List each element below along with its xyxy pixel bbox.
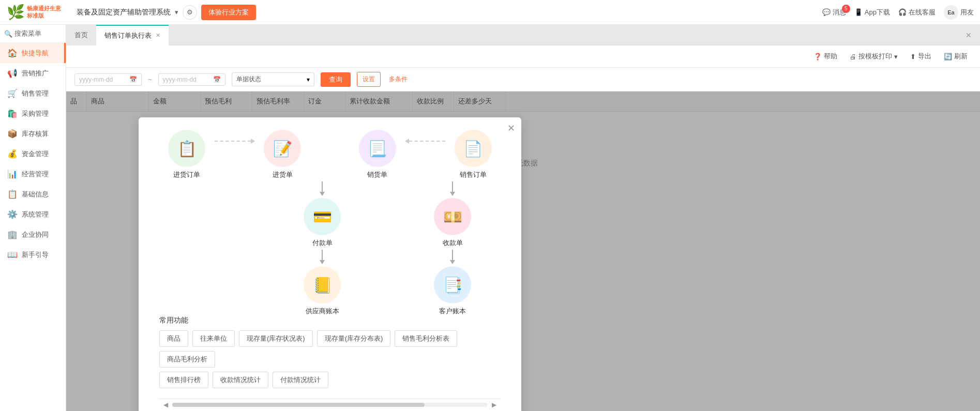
scroll-left-arrow[interactable]: ◀ xyxy=(163,401,168,408)
sidebar: 🔍 搜索菜单 🏠 快捷导航 📢 营销推广 🛒 销售管理 🛍️ 采购管理 📦 xyxy=(0,25,66,411)
app-download-button[interactable]: 📱 App下载 xyxy=(854,8,890,17)
popup-overlay: ✕ 📋 进货订单 xyxy=(66,92,980,411)
sidebar-item-purchase[interactable]: 🛍️ 采购管理 xyxy=(0,103,66,124)
sidebar-item-newbie[interactable]: 📖 新手引导 xyxy=(0,245,66,265)
sidebar-item-quick-nav[interactable]: 🏠 快捷导航 xyxy=(0,43,66,63)
sidebar-item-enterprise[interactable]: 🏢 企业协同 xyxy=(0,224,66,245)
func-payment-stats[interactable]: 付款情况统计 xyxy=(273,372,328,388)
sidebar-item-system[interactable]: ⚙️ 系统管理 xyxy=(0,204,66,224)
message-button[interactable]: 💬 消息 5 xyxy=(822,8,846,17)
print-button[interactable]: 🖨 按模板打印 ▾ xyxy=(846,50,902,63)
search-menu-button[interactable]: 🔍 搜索菜单 xyxy=(0,25,66,43)
flow-row-3: 📒 供应商账本 📑 客户账本 xyxy=(159,266,501,316)
date-start-input[interactable]: yyyy-mm-dd 📅 xyxy=(74,73,142,86)
print-dropdown-icon: ▾ xyxy=(894,53,898,60)
scroll-bar-area: ◀ ▶ xyxy=(159,399,501,410)
flow-node-purchase-receipt: 📝 进货单 xyxy=(255,130,310,179)
print-icon: 🖨 xyxy=(850,53,856,60)
purchase-icon: 🛍️ xyxy=(7,109,18,118)
sidebar-item-marketing[interactable]: 📢 营销推广 xyxy=(0,63,66,83)
inventory-icon: 📦 xyxy=(7,129,18,139)
flow-node-purchase-order: 📋 进货订单 xyxy=(159,130,215,179)
base-info-icon: 📋 xyxy=(7,189,18,199)
message-icon: 💬 xyxy=(822,8,831,16)
calendar-end-icon: 📅 xyxy=(213,76,221,83)
sidebar-item-finance[interactable]: 💰 资金管理 xyxy=(0,144,66,164)
enterprise-icon: 🏢 xyxy=(7,230,18,239)
common-functions-title: 常用功能 xyxy=(159,316,501,325)
more-conditions-button[interactable]: 多条件 xyxy=(389,75,408,84)
flow-node-sales-order: 📄 销售订单 xyxy=(445,130,501,179)
tab-home[interactable]: 首页 xyxy=(66,25,96,45)
tab-bar-close-icon[interactable]: ✕ xyxy=(966,31,980,39)
search-icon: 🔍 xyxy=(4,30,12,38)
sales-invoice-circle: 📃 xyxy=(359,130,396,167)
online-service-button[interactable]: 🎧 在线客服 xyxy=(898,8,936,17)
arrow-sales-order-to-invoice xyxy=(405,139,445,171)
func-receipt-stats[interactable]: 收款情况统计 xyxy=(213,372,268,388)
system-name: 装备及固定资产辅助管理系统 xyxy=(77,8,171,17)
receipt-label: 收款单 xyxy=(443,238,463,248)
marketing-icon: 📢 xyxy=(7,68,18,78)
search-button[interactable]: 查询 xyxy=(321,72,351,87)
refresh-button[interactable]: 🔄 刷新 xyxy=(940,50,972,63)
popup-close-button[interactable]: ✕ xyxy=(507,123,515,134)
func-row-2: 销售排行榜 收款情况统计 付款情况统计 xyxy=(159,372,501,388)
date-end-input[interactable]: yyyy-mm-dd 📅 xyxy=(158,73,225,86)
app-download-icon: 📱 xyxy=(854,8,863,16)
table-area: 品 商品 金额 预估毛利 预估毛利率 订金 累计收款金额 收款比例 还差多少天 … xyxy=(66,92,980,411)
common-functions-section: 常用功能 商品 往来单位 现存量(库存状况表) 现存量(库存分布表) 销售毛利分… xyxy=(159,316,501,399)
sidebar-item-sales[interactable]: 🛒 销售管理 xyxy=(0,83,66,103)
settings-button[interactable]: 设置 xyxy=(357,72,381,87)
func-sales-ranking[interactable]: 销售排行榜 xyxy=(159,372,208,388)
status-select[interactable]: 单据状态 ▾ xyxy=(232,72,314,86)
logo-text: 畅康通好生意 标准版 xyxy=(27,5,61,19)
func-product-profit-analysis[interactable]: 商品毛利分析 xyxy=(159,351,215,368)
func-product[interactable]: 商品 xyxy=(159,330,188,347)
arrow-down-receipt xyxy=(286,179,358,198)
tab-close-icon[interactable]: ✕ xyxy=(156,32,160,39)
arrow-down-receipt2 xyxy=(416,248,489,266)
help-button[interactable]: ❓ 帮助 xyxy=(809,50,841,63)
avatar: Ea xyxy=(944,5,958,20)
toolbar: ❓ 帮助 🖨 按模板打印 ▾ ⬆ 导出 🔄 刷新 xyxy=(66,45,980,68)
finance-icon: 💰 xyxy=(7,149,18,159)
system-icon: ⚙️ xyxy=(7,209,18,219)
sidebar-item-operation[interactable]: 📊 经营管理 xyxy=(0,164,66,184)
export-button[interactable]: ⬆ 导出 xyxy=(906,50,936,63)
scroll-right-arrow[interactable]: ▶ xyxy=(492,401,496,408)
online-service-icon: 🎧 xyxy=(898,8,907,16)
sidebar-item-inventory[interactable]: 📦 库存核算 xyxy=(0,124,66,144)
flow-node-sales-invoice: 📃 销货单 xyxy=(350,130,405,179)
scroll-track[interactable] xyxy=(172,403,488,407)
newbie-icon: 📖 xyxy=(7,250,18,260)
help-icon: ❓ xyxy=(813,53,822,60)
system-dropdown-icon[interactable]: ▾ xyxy=(175,8,178,16)
func-sales-profit-analysis[interactable]: 销售毛利分析表 xyxy=(395,330,457,347)
func-stock-distribution[interactable]: 现存量(库存分布表) xyxy=(317,330,391,347)
system-title: 装备及固定资产辅助管理系统 ▾ ⚙ xyxy=(77,5,197,20)
customer-ledger-label: 客户账本 xyxy=(439,307,466,316)
export-icon: ⬆ xyxy=(910,53,916,60)
user-area[interactable]: Ea 用友 xyxy=(944,5,974,20)
refresh-icon: 🔄 xyxy=(944,53,952,60)
content-area: 首页 销售订单执行表 ✕ ✕ ❓ 帮助 🖨 按模板打印 ▾ xyxy=(66,25,980,411)
supplier-ledger-label: 供应商账本 xyxy=(306,307,339,316)
tab-sales-order[interactable]: 销售订单执行表 ✕ xyxy=(96,25,169,45)
logo-icon: 🌿 xyxy=(6,3,25,22)
search-bar: yyyy-mm-dd 📅 ~ yyyy-mm-dd 📅 单据状态 ▾ 查询 设置… xyxy=(66,68,980,92)
purchase-order-circle: 📋 xyxy=(168,130,205,167)
func-stock-status[interactable]: 现存量(库存状况表) xyxy=(239,330,313,347)
settings-icon[interactable]: ⚙ xyxy=(183,5,197,20)
purchase-order-label: 进货订单 xyxy=(173,170,200,179)
logo-area: 🌿 畅康通好生意 标准版 xyxy=(6,3,72,22)
operation-icon: 📊 xyxy=(7,169,18,179)
flow-node-supplier-ledger: 📒 供应商账本 xyxy=(286,266,358,316)
sidebar-item-base-info[interactable]: 📋 基础信息 xyxy=(0,184,66,204)
trial-button[interactable]: 体验行业方案 xyxy=(201,5,256,20)
flow-row-arrows-down2 xyxy=(159,248,501,266)
func-partners[interactable]: 往来单位 xyxy=(192,330,235,347)
popup-panel: ✕ 📋 进货订单 xyxy=(139,117,521,411)
home-icon: 🏠 xyxy=(7,48,18,58)
customer-ledger-circle: 📑 xyxy=(434,266,471,303)
